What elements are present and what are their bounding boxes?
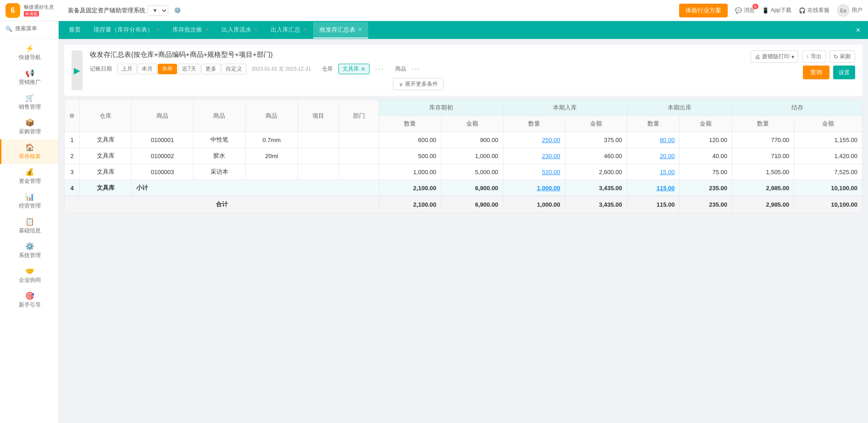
- row1-project: [298, 132, 339, 148]
- logo-area: 6 畅捷通好生意 标准版: [6, 3, 64, 18]
- date-btn-custom[interactable]: 自定义: [221, 64, 246, 74]
- sales-label: 销售管理: [19, 103, 41, 111]
- table-settings-icon[interactable]: ⚙: [69, 112, 75, 119]
- sidebar-item-cooperation[interactable]: 🤝 企业协同: [0, 263, 58, 288]
- row1-open-qty: 600.00: [379, 132, 441, 148]
- settings-button[interactable]: 设置: [833, 66, 855, 79]
- row1-in-qty[interactable]: 250.00: [503, 132, 565, 148]
- total-bal-amt: 10,100.00: [794, 196, 862, 213]
- refresh-button[interactable]: ↻ 刷新: [829, 50, 855, 63]
- sidebar-item-marketing[interactable]: 📢 营销推广: [0, 65, 58, 90]
- tab-recv-send-close-icon[interactable]: ✕: [358, 27, 362, 32]
- row2-out-qty[interactable]: 20.00: [627, 148, 680, 164]
- row3-in-qty[interactable]: 520.00: [503, 164, 565, 180]
- row1-out-qty-link[interactable]: 80.00: [660, 137, 675, 143]
- sidebar-item-sales[interactable]: 🛒 销售管理: [0, 90, 58, 115]
- settings-gear-icon[interactable]: ⚙️: [174, 7, 181, 14]
- sidebar-divider-1: [4, 38, 55, 38]
- expand-conditions-button[interactable]: ∨ 展开更多条件: [393, 78, 444, 90]
- print-icon: 🖨: [755, 54, 760, 60]
- sidebar-item-base-info[interactable]: 📋 基础信息: [0, 214, 58, 238]
- try-industry-button[interactable]: 体验行业方案: [679, 4, 728, 17]
- subtotal-in-qty[interactable]: 1,000.00: [503, 180, 565, 197]
- tab-stock-dist[interactable]: 现存量（库存分布表） ✕: [87, 22, 166, 38]
- tab-bar-close-icon[interactable]: ✕: [852, 27, 864, 33]
- filter-toggle-button[interactable]: ▶: [72, 50, 83, 90]
- page-right-actions: 🖨 拨镖版打印 ▾ ↑ 导出 ↻ 刷新: [751, 50, 855, 79]
- row3-dept: [338, 164, 379, 180]
- tab-summary[interactable]: 出入库汇总 ✕: [264, 22, 313, 38]
- sidebar-item-search[interactable]: 🔍 搜索菜单: [0, 21, 58, 36]
- row3-bal-amt: 7,525.00: [794, 164, 862, 180]
- messages-action[interactable]: 💬 消息 6: [735, 6, 755, 14]
- row2-in-qty[interactable]: 230.00: [503, 148, 565, 164]
- refresh-label: 刷新: [840, 53, 851, 60]
- query-button[interactable]: 查询: [803, 66, 829, 79]
- tab-recv-send[interactable]: 收发存汇总表 ✕: [313, 22, 368, 38]
- date-btn-this-year[interactable]: 本年: [158, 64, 177, 74]
- tab-flow[interactable]: 出入库流水 ✕: [215, 22, 264, 38]
- sidebar-item-inventory[interactable]: 🏠 库存核算: [0, 139, 58, 164]
- tab-batch-close-icon[interactable]: ✕: [205, 27, 209, 32]
- sidebar-item-newbie[interactable]: 🎯 新手引导: [0, 288, 58, 313]
- app-download-label: App下载: [771, 6, 791, 14]
- subtotal-in-qty-link[interactable]: 1,000.00: [537, 185, 560, 192]
- tab-stock-dist-close-icon[interactable]: ✕: [156, 27, 160, 32]
- col-project-header: 项目: [298, 100, 339, 132]
- row3-in-qty-link[interactable]: 520.00: [542, 169, 560, 176]
- app-download-action[interactable]: 📱 App下载: [762, 6, 791, 14]
- sidebar-item-finance[interactable]: 💰 资金管理: [0, 164, 58, 189]
- user-action[interactable]: Ea 用户: [837, 4, 862, 17]
- tab-bar: 首页 现存量（库存分布表） ✕ 库存批次账 ✕ 出入库流水 ✕ 出入库汇总 ✕: [59, 21, 868, 39]
- row2-out-qty-link[interactable]: 20.00: [660, 153, 675, 159]
- table-settings-header[interactable]: ⚙: [65, 100, 80, 132]
- col-warehouse-header: 仓库: [80, 100, 132, 132]
- date-btn-7days[interactable]: 近7天: [178, 64, 200, 74]
- row1-open-amt: 900.00: [441, 132, 503, 148]
- subtotal-out-qty[interactable]: 115.00: [627, 180, 680, 197]
- expand-label: 展开更多条件: [405, 80, 438, 88]
- sidebar-item-operations[interactable]: 📊 经营管理: [0, 189, 58, 214]
- col-bal-qty-header: 数量: [732, 116, 794, 132]
- online-support-action[interactable]: 🎧 在线客服: [799, 6, 829, 14]
- row1-spec: 0.7mm: [245, 132, 298, 148]
- date-btn-more[interactable]: 更多: [201, 64, 221, 74]
- warehouse-filter-label: 仓库: [322, 65, 333, 73]
- table-row: 3 文具库 0100003 采访本 1,000.00 5,000.00 520.…: [65, 164, 862, 180]
- tab-flow-close-icon[interactable]: ✕: [254, 27, 258, 32]
- logo-text: 畅捷通好生意 标准版: [24, 4, 54, 17]
- row3-out-qty[interactable]: 15.00: [627, 164, 680, 180]
- date-range-display: 2023-01-01 至 2023-12-31: [252, 66, 311, 72]
- expand-row: ∨ 展开更多条件: [90, 78, 747, 90]
- date-btn-this-month[interactable]: 本月: [138, 64, 157, 74]
- row2-seq: 2: [65, 148, 80, 164]
- commodity-more-icon[interactable]: ···: [412, 65, 420, 73]
- tab-recv-send-label: 收发存汇总表: [320, 26, 355, 34]
- tab-home[interactable]: 首页: [62, 22, 87, 38]
- row1-in-qty-link[interactable]: 250.00: [542, 137, 560, 143]
- row2-in-qty-link[interactable]: 230.00: [542, 153, 560, 159]
- row1-out-qty[interactable]: 80.00: [627, 132, 680, 148]
- subtotal-out-qty-link[interactable]: 115.00: [657, 185, 675, 192]
- messages-badge: 6: [752, 4, 758, 9]
- phone-icon: 📱: [762, 7, 769, 14]
- search-label: 搜索菜单: [15, 25, 37, 33]
- system-label: 系统管理: [19, 252, 41, 259]
- warehouse-more-icon[interactable]: ···: [375, 65, 384, 73]
- tab-summary-close-icon[interactable]: ✕: [303, 27, 307, 32]
- print-button[interactable]: 🖨 拨镖版打印 ▾: [751, 50, 798, 63]
- row3-out-qty-link[interactable]: 15.00: [660, 169, 675, 176]
- total-open-qty: 2,100.00: [379, 196, 441, 213]
- sidebar-item-quick-nav[interactable]: ⚡ 快捷导航: [0, 40, 58, 65]
- tab-batch[interactable]: 库存批次账 ✕: [166, 22, 215, 38]
- system-selector[interactable]: ▼: [147, 5, 168, 16]
- row2-dept: [338, 148, 379, 164]
- sidebar-item-purchase[interactable]: 📦 采购管理: [0, 115, 58, 139]
- warehouse-filter-tag[interactable]: 文具库 ✕: [338, 64, 370, 74]
- sidebar-item-system[interactable]: ⚙️ 系统管理: [0, 238, 58, 263]
- finance-label: 资金管理: [19, 177, 41, 185]
- date-btn-last-month[interactable]: 上月: [117, 64, 137, 74]
- warehouse-tag-close-icon[interactable]: ✕: [361, 66, 365, 72]
- export-button[interactable]: ↑ 导出: [802, 50, 826, 63]
- row1-dept: [338, 132, 379, 148]
